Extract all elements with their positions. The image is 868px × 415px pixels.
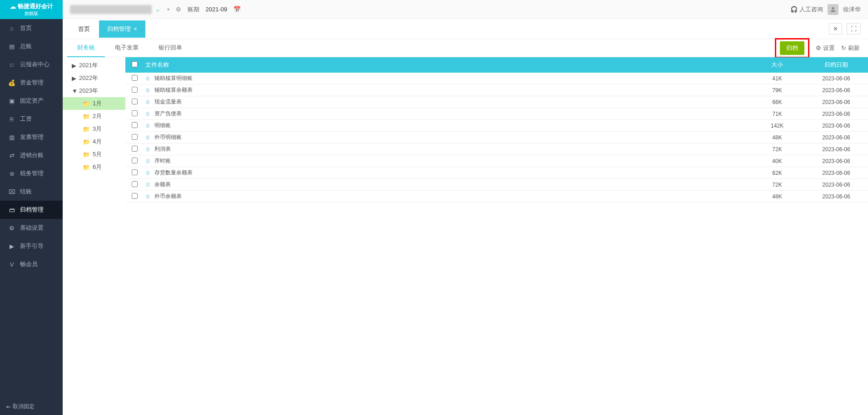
table-row[interactable]: 🗎辅助核算明细账41K2023-06-06 xyxy=(125,73,868,84)
row-checkbox[interactable] xyxy=(132,75,138,81)
top-header: ⌄ + ⚙ 账期 2021-09 📅 🎧人工咨询 徐泽华 xyxy=(63,0,868,19)
nav-inout[interactable]: ⇄进销台账 xyxy=(0,146,63,164)
file-name: 资产负债表 xyxy=(154,110,182,118)
folder-icon: 📁 xyxy=(83,151,90,158)
nav-tax[interactable]: ⊛税务管理 xyxy=(0,164,63,183)
table-row[interactable]: 🗎利润表72K2023-06-06 xyxy=(125,143,868,155)
caret-right-icon: ▶ xyxy=(72,75,76,82)
table-row[interactable]: 🗎余额表72K2023-06-06 xyxy=(125,179,868,191)
sub-tabs: 财务账 电子发票 银行回单 xyxy=(67,39,192,57)
nav-archive[interactable]: 🗃归档管理 xyxy=(0,201,63,219)
company-selector[interactable]: ⌄ xyxy=(70,5,160,14)
invoice-icon: ▥ xyxy=(8,133,15,141)
file-name: 外币明细账 xyxy=(154,133,182,141)
nav-guide[interactable]: ▶新手引导 xyxy=(0,237,63,255)
nav-ledger[interactable]: ▤总账 xyxy=(0,37,63,55)
caret-right-icon: ▶ xyxy=(72,62,76,69)
page-tabs: 首页 归档管理 × ✕ ⛶ xyxy=(63,19,868,39)
table-row[interactable]: 🗎外币明细账48K2023-06-06 xyxy=(125,132,868,143)
tree-month-4[interactable]: 📁4月 xyxy=(63,135,125,148)
add-icon[interactable]: + xyxy=(167,6,170,13)
fullscreen-toggle[interactable]: ⛶ xyxy=(847,23,861,35)
folder-icon: 📁 xyxy=(83,164,90,171)
period-value[interactable]: 2021-09 xyxy=(206,6,228,13)
file-icon: 🗎 xyxy=(145,87,151,94)
table-row[interactable]: 🗎资产负债表71K2023-06-06 xyxy=(125,108,868,120)
select-all-checkbox[interactable] xyxy=(132,61,138,67)
nav-basic[interactable]: ⚙基础设置 xyxy=(0,219,63,237)
username[interactable]: 徐泽华 xyxy=(843,5,861,14)
tree-month-5[interactable]: 📁5月 xyxy=(63,148,125,161)
ledger-icon: ▤ xyxy=(8,43,15,50)
nav-home[interactable]: ⌂首页 xyxy=(0,19,63,37)
file-size: 79K xyxy=(750,87,804,94)
subtab-einvoice[interactable]: 电子发票 xyxy=(105,39,149,57)
subtab-finance[interactable]: 财务账 xyxy=(67,39,105,57)
company-name-blurred xyxy=(70,5,152,14)
home-icon: ⌂ xyxy=(8,25,15,32)
refresh-link[interactable]: ↻刷新 xyxy=(841,44,860,52)
row-checkbox[interactable] xyxy=(132,158,138,163)
tree-year-2023[interactable]: ▼2023年 xyxy=(63,84,125,97)
archive-button[interactable]: 归档 xyxy=(780,41,804,55)
close-tab-icon[interactable]: × xyxy=(134,25,137,32)
sidebar: ☁畅捷通好会计 旗舰版 ⌂首页 ▤总账 ⏍云报表中心 💰资金管理 ▣固定资产 ⎘… xyxy=(0,0,63,415)
row-checkbox[interactable] xyxy=(132,122,138,128)
table-row[interactable]: 🗎辅助核算余额表79K2023-06-06 xyxy=(125,84,868,96)
row-checkbox[interactable] xyxy=(132,87,138,93)
file-name: 利润表 xyxy=(154,145,171,153)
row-checkbox[interactable] xyxy=(132,110,138,116)
asset-icon: ▣ xyxy=(8,97,15,104)
file-icon: 🗎 xyxy=(145,170,151,176)
cloud-icon: ☁ xyxy=(10,3,16,10)
row-checkbox[interactable] xyxy=(132,169,138,175)
settings-icon[interactable]: ⚙ xyxy=(176,6,181,13)
nav-fixed[interactable]: ▣固定资产 xyxy=(0,92,63,110)
file-size: 71K xyxy=(750,111,804,117)
subtab-bankslip[interactable]: 银行回单 xyxy=(149,39,192,57)
tree-year-2021[interactable]: ▶2021年 xyxy=(63,59,125,72)
table-header: 文件名称 大小 归档日期 xyxy=(125,57,868,73)
row-checkbox[interactable] xyxy=(132,146,138,152)
tab-archive[interactable]: 归档管理 × xyxy=(99,20,145,38)
tree-month-1[interactable]: 📁1月 xyxy=(63,97,125,110)
sidebar-unpin[interactable]: ⇤取消固定 xyxy=(0,398,63,415)
table-row[interactable]: 🗎明细账142K2023-06-06 xyxy=(125,120,868,132)
row-checkbox[interactable] xyxy=(132,193,138,199)
tree-month-6[interactable]: 📁6月 xyxy=(63,161,125,173)
table-row[interactable]: 🗎存货数量余额表62K2023-06-06 xyxy=(125,167,868,179)
nav-invoice[interactable]: ▥发票管理 xyxy=(0,128,63,146)
settings-link[interactable]: ⚙设置 xyxy=(816,44,835,52)
file-name: 现金流量表 xyxy=(154,98,182,106)
fund-icon: 💰 xyxy=(8,79,15,86)
file-size: 72K xyxy=(750,182,804,188)
calendar-icon[interactable]: 📅 xyxy=(233,6,241,13)
close-all-tabs[interactable]: ✕ xyxy=(829,23,842,35)
file-table: 文件名称 大小 归档日期 🗎辅助核算明细账41K2023-06-06🗎辅助核算余… xyxy=(125,57,868,415)
file-icon: 🗎 xyxy=(145,75,151,82)
file-name: 存货数量余额表 xyxy=(154,169,193,177)
table-row[interactable]: 🗎现金流量表66K2023-06-06 xyxy=(125,96,868,108)
table-row[interactable]: 🗎序时账40K2023-06-06 xyxy=(125,155,868,167)
tab-home[interactable]: 首页 xyxy=(70,20,98,38)
salary-icon: ⎘ xyxy=(8,115,15,123)
tree-month-3[interactable]: 📁3月 xyxy=(63,123,125,135)
brand-logo: ☁畅捷通好会计 旗舰版 xyxy=(0,0,63,19)
row-checkbox[interactable] xyxy=(132,134,138,140)
avatar[interactable] xyxy=(828,4,838,15)
tree-month-2[interactable]: 📁2月 xyxy=(63,110,125,123)
nav-fund[interactable]: 💰资金管理 xyxy=(0,74,63,92)
nav-salary[interactable]: ⎘工资 xyxy=(0,110,63,128)
nav-report[interactable]: ⏍云报表中心 xyxy=(0,55,63,74)
file-date: 2023-06-06 xyxy=(804,146,868,153)
file-icon: 🗎 xyxy=(145,193,151,200)
gear-icon: ⚙ xyxy=(8,224,15,232)
table-row[interactable]: 🗎外币余额表48K2023-06-06 xyxy=(125,191,868,203)
row-checkbox[interactable] xyxy=(132,99,138,104)
file-name: 辅助核算明细账 xyxy=(154,74,193,82)
row-checkbox[interactable] xyxy=(132,181,138,187)
tree-year-2022[interactable]: ▶2022年 xyxy=(63,72,125,84)
consult-link[interactable]: 🎧人工咨询 xyxy=(790,5,823,14)
nav-close[interactable]: ⌧结账 xyxy=(0,183,63,201)
nav-member[interactable]: V畅会员 xyxy=(0,255,63,273)
